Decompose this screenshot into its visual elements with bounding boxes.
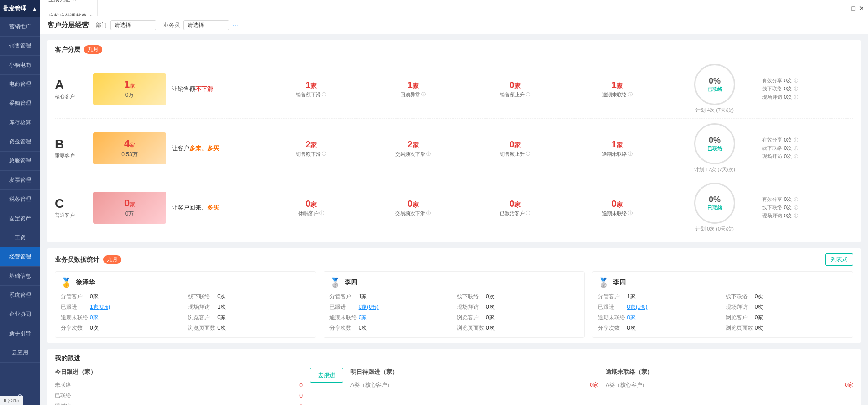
tier-stat-A-1[interactable]: 1家销售额下滑 ⓘ xyxy=(261,78,361,100)
tab-action-square[interactable]: □ xyxy=(852,5,855,12)
staff-row-item: 线下联络0次 xyxy=(457,293,579,300)
sidebar-item-税务管理[interactable]: 税务管理 xyxy=(0,190,40,209)
staff-row-item: 现场拜访0次 xyxy=(726,303,847,311)
filter-more-icon[interactable]: ··· xyxy=(233,21,238,29)
tier-stat-B-4[interactable]: 1家逾期未联络 ⓘ xyxy=(567,137,668,159)
tier-right-stat-row: 有效分享0次 ⓘ xyxy=(762,137,853,143)
tab-应收应付调整单[interactable]: 应收应付调整单× xyxy=(44,8,98,17)
sidebar-item-系统管理[interactable]: 系统管理 xyxy=(0,286,40,305)
sidebar-item-营销推广[interactable]: 营销推广 xyxy=(0,17,40,37)
tab-close-生成凭证[interactable]: × xyxy=(73,0,76,2)
tier-stat-B-1[interactable]: 2家销售额下滑 ⓘ xyxy=(261,137,361,159)
tier-stat-C-4[interactable]: 0家逾期未联络 ⓘ xyxy=(567,197,668,219)
staff-grid: 🥇徐泽华分管客户0家线下联络0次已跟进1家(0%)现场拜访1次逾期未联络0家浏览… xyxy=(55,271,853,338)
dept-label: 部门 xyxy=(96,21,107,29)
staff-row-item: 现场拜访1次 xyxy=(188,303,310,311)
sidebar-item-新手引导[interactable]: 新手引导 xyxy=(0,324,40,343)
staff-card-1: 🥈李四分管客户1家线下联络0次已跟进0家(0%)现场拜访0次逾期未联络0家浏览客… xyxy=(324,271,585,338)
tier-stat-C-3[interactable]: 0家已激活客户 ⓘ xyxy=(465,197,565,219)
tier-right-stat-row: 线下联络0次 ⓘ xyxy=(762,145,853,152)
followup-tomorrow-row1: A类（核心客户） 0家 xyxy=(350,380,598,390)
staff-card-2: 🥈李四分管客户1家线下联络0次已跟进0家(0%)现场拜访0次逾期未联络0家浏览客… xyxy=(592,271,853,338)
tier-circle-B: 0% 已联络 计划 17次 (7天/次) xyxy=(669,123,760,173)
dept-select[interactable]: 请选择 xyxy=(110,20,156,30)
staff-rank-icon: 🥇 xyxy=(61,277,72,288)
followup-go-btn-col: 去跟进 xyxy=(310,368,343,383)
tier-stat-B-2[interactable]: 2家交易频次下滑 ⓘ xyxy=(363,137,464,159)
sidebar-item-基础信息[interactable]: 基础信息 xyxy=(0,267,40,286)
sidebar-item-经营管理[interactable]: 经营管理 xyxy=(0,247,40,267)
main-content: 首页门店商品目录×销货单×店铺管理×生成凭证×应收应付调整单×工资表×工资统计报… xyxy=(40,0,868,405)
sidebar-item-库存核算[interactable]: 库存核算 xyxy=(0,113,40,132)
tier-stat-A-3[interactable]: 0家销售额上升 ⓘ xyxy=(465,78,565,100)
tier-count-box-C[interactable]: 0家0万 xyxy=(93,192,166,224)
sidebar-item-销售管理[interactable]: 销售管理 xyxy=(0,37,40,56)
tier-circle-C: 0% 已联络 计划 0次 (0天/次) xyxy=(669,183,760,232)
sidebar-item-电商管理[interactable]: 电商管理 xyxy=(0,75,40,94)
sidebar-item-发票管理[interactable]: 发票管理 xyxy=(0,171,40,190)
tab-action-close[interactable]: ✕ xyxy=(859,5,864,12)
staff-select[interactable]: 请选择 xyxy=(183,20,229,30)
staff-row-item: 分享次数0次 xyxy=(598,324,720,332)
staff-name-1: 李四 xyxy=(345,279,357,287)
tier-right-stat-row: 现场拜访0次 ⓘ xyxy=(762,212,853,219)
staff-row-item: 浏览页面数0次 xyxy=(188,324,310,332)
sidebar-item-云应用[interactable]: 云应用 xyxy=(0,343,40,363)
staff-row-item: 浏览客户0家 xyxy=(726,314,847,321)
tier-right-stats-B: 有效分享0次 ⓘ线下联络0次 ⓘ现场拜访0次 ⓘ xyxy=(762,137,853,160)
sidebar-item-固定资产[interactable]: 固定资产 xyxy=(0,209,40,228)
staff-filter-group: 业务员 请选择 ··· xyxy=(163,20,238,30)
sidebar-item-工资[interactable]: 工资 xyxy=(0,228,40,247)
tier-circle-A: 0% 已联络 计划 4次 (7天/次) xyxy=(669,64,760,114)
bottom-text: It } 315 xyxy=(0,396,23,405)
followup-today-row2: 已联络 0 xyxy=(55,390,303,401)
staff-stats-section: 业务员数据统计 九月 列表式 🥇徐泽华分管客户0家线下联络0次已跟进1家(0%)… xyxy=(47,248,861,343)
staff-row-item: 线下联络0次 xyxy=(726,293,847,300)
sidebar-top-item[interactable]: 批发管理 ▲ xyxy=(0,0,40,17)
staff-header-2: 🥈李四 xyxy=(598,277,847,288)
sidebar-expand-icon[interactable]: ▲ xyxy=(31,5,37,12)
followup-overdue-col: 逾期未联络（家） A类（核心客户） 0家 xyxy=(606,368,853,390)
staff-row-item: 逾期未联络0家 xyxy=(61,314,183,321)
tier-stat-A-2[interactable]: 1家回购异常 ⓘ xyxy=(363,78,464,100)
tier-rows-container: A核心客户1家0万让销售额不下滑1家销售额下滑 ⓘ1家回购异常 ⓘ0家销售额上升… xyxy=(55,59,853,237)
tier-stat-A-4[interactable]: 1家逾期未联络 ⓘ xyxy=(567,78,668,100)
staff-rows-grid-1: 分管客户1家线下联络0次已跟进0家(0%)现场拜访0次逾期未联络0家浏览客户0家… xyxy=(329,293,579,332)
tier-id-C: C普通客户 xyxy=(55,196,91,219)
customer-tier-title: 客户分层 xyxy=(55,46,80,54)
tier-right-stat-row: 有效分享0次 ⓘ xyxy=(762,196,853,203)
followup-today-row1: 未联络 0 xyxy=(55,380,303,390)
staff-row-item: 已跟进1家(0%) xyxy=(61,303,183,311)
tab-生成凭证[interactable]: 生成凭证× xyxy=(44,0,98,8)
tier-stat-B-3[interactable]: 0家销售额上升 ⓘ xyxy=(465,137,565,159)
staff-label: 业务员 xyxy=(163,21,180,29)
go-followup-btn[interactable]: 去跟进 xyxy=(310,368,343,383)
tier-right-stats-C: 有效分享0次 ⓘ线下联络0次 ⓘ现场拜访0次 ⓘ xyxy=(762,196,853,219)
staff-row-item: 逾期未联络0家 xyxy=(598,314,720,321)
staff-row-item: 浏览客户0家 xyxy=(188,314,310,321)
tier-right-stats-A: 有效分享0次 ⓘ线下联络0次 ⓘ现场拜访0次 ⓘ xyxy=(762,77,853,100)
tier-id-A: A核心客户 xyxy=(55,78,91,100)
tab-bar: 首页门店商品目录×销货单×店铺管理×生成凭证×应收应付调整单×工资表×工资统计报… xyxy=(40,0,868,16)
staff-row-item: 浏览页面数0次 xyxy=(457,324,579,332)
sidebar-item-资金管理[interactable]: 资金管理 xyxy=(0,132,40,152)
sidebar-item-总账管理[interactable]: 总账管理 xyxy=(0,152,40,171)
followup-overdue-row1: A类（核心客户） 0家 xyxy=(606,380,853,390)
sidebar-item-小畅电商[interactable]: 小畅电商 xyxy=(0,56,40,75)
staff-row-item: 已跟进0家(0%) xyxy=(329,303,451,311)
tier-count-box-B[interactable]: 4家0.53万 xyxy=(93,132,166,164)
tab-action-minus[interactable]: — xyxy=(842,5,848,12)
sidebar-item-企业协同[interactable]: 企业协同 xyxy=(0,305,40,324)
staff-row-item: 浏览页面数0次 xyxy=(726,324,847,332)
tier-stat-C-2[interactable]: 0家交易频次下滑 ⓘ xyxy=(363,197,464,219)
followup-today-col: 今日跟进（家） 未联络 0 已联络 0 跟进次 1 王进次 xyxy=(55,368,303,405)
list-view-btn[interactable]: 列表式 xyxy=(825,253,853,266)
followup-today-row3: 跟进次 1 xyxy=(55,401,303,405)
staff-stats-header: 业务员数据统计 九月 列表式 xyxy=(55,253,853,266)
tier-right-stat-row: 线下联络0次 ⓘ xyxy=(762,85,853,92)
tier-action-B: 让客户多来、多买 xyxy=(168,144,259,153)
staff-row-item: 线下联络0次 xyxy=(188,293,310,300)
tier-stat-C-1[interactable]: 0家休眠客户 ⓘ xyxy=(261,197,361,219)
sidebar-item-采购管理[interactable]: 采购管理 xyxy=(0,94,40,113)
tier-count-box-A[interactable]: 1家0万 xyxy=(93,73,166,105)
